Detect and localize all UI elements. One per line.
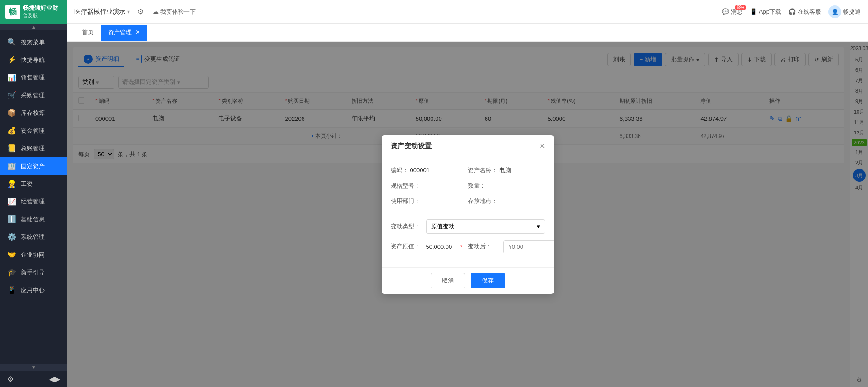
after-change-label: 变动后： [468, 243, 500, 251]
message-icon: 💬 [722, 8, 729, 15]
sidebar-item-label: 新手引导 [21, 268, 45, 277]
sidebar-item-label: 资金管理 [21, 127, 45, 135]
system-icon: ⚙️ [7, 233, 16, 241]
settings-icon[interactable]: ⚙ [7, 375, 14, 383]
modal-divider [391, 213, 545, 213]
management-icon: 📈 [7, 197, 16, 206]
sidebar-item-sales[interactable]: 📊 销售管理 [0, 69, 67, 86]
sidebar-item-label: 工资 [21, 180, 33, 188]
modal-info-grid: 编码： 000001 资产名称： 电脑 规格型号： 数量： [391, 164, 545, 207]
home-tab-label: 首页 [82, 28, 94, 36]
modal-code-item: 编码： 000001 [391, 164, 468, 176]
sidebar-item-label: 总账管理 [21, 144, 45, 153]
tab-close-icon[interactable]: ✕ [135, 29, 140, 35]
modal-asset-name-value: 电脑 [499, 166, 511, 174]
company-chevron-icon: ▾ [127, 9, 130, 15]
sidebar-item-label: 基础信息 [21, 215, 45, 223]
quicknav-icon: ⚡ [7, 55, 16, 64]
sidebar-item-quicknav[interactable]: ⚡ 快捷导航 [0, 51, 67, 69]
sidebar-item-label: 库存核算 [21, 109, 45, 117]
sidebar-item-label: 企业协同 [21, 251, 45, 259]
modal-department-label: 使用部门： [391, 197, 420, 205]
app-name: 畅捷通好业财 [23, 5, 58, 12]
sidebar-item-label: 系统管理 [21, 233, 45, 241]
sidebar-item-label: 应用中心 [21, 286, 45, 294]
original-value-display: 50,000.00 [426, 241, 457, 253]
tabs-bar: 首页 资产管理 ✕ [67, 24, 868, 42]
customer-service-btn[interactable]: 🎧 在线客服 [789, 8, 821, 16]
modal-department-item: 使用部门： [391, 195, 468, 207]
settings-gear-icon[interactable]: ⚙ [137, 7, 144, 16]
sidebar-item-payroll[interactable]: 👷 工资 [0, 175, 67, 193]
enterprise-icon: 🤝 [7, 250, 16, 259]
app-edition: 普及版 [23, 12, 58, 19]
tab-home[interactable]: 首页 [74, 25, 101, 41]
modal-code-value: 000001 [410, 167, 430, 174]
modal-close-icon[interactable]: ✕ [539, 142, 545, 150]
sidebar-item-basic-info[interactable]: ℹ️ 基础信息 [0, 210, 67, 228]
user-profile-btn[interactable]: 👤 畅捷通 [828, 5, 861, 18]
save-button[interactable]: 保存 [471, 273, 505, 288]
sidebar-item-system[interactable]: ⚙️ 系统管理 [0, 228, 67, 246]
app-download-btn[interactable]: 📱 App下载 [750, 8, 781, 16]
change-type-label: 变动类型： [391, 223, 422, 231]
sidebar-menu: 🔍 搜索菜单 ⚡ 快捷导航 📊 销售管理 🛒 采购管理 📦 库存核算 💰 资金管… [0, 30, 67, 364]
modal-spec-label: 规格型号： [391, 182, 420, 190]
feedback-btn[interactable]: ☁ 我要体验一下 [153, 8, 196, 16]
modal-quantity-item: 数量： [468, 180, 545, 192]
original-value-field: 资产原值： 50,000.00 * 变动后： [391, 240, 545, 253]
sidebar-item-funds[interactable]: 💰 资金管理 [0, 122, 67, 139]
inventory-icon: 📦 [7, 109, 16, 117]
modal-overlay: 资产变动设置 ✕ 编码： 000001 资产名称： 电脑 [67, 42, 868, 387]
message-btn[interactable]: 💬 消息 99+ [722, 8, 743, 16]
sales-icon: 📊 [7, 73, 16, 82]
sidebar-scroll-up[interactable]: ▲ [0, 24, 67, 30]
sidebar-item-label: 快捷导航 [21, 56, 45, 64]
sidebar-item-management[interactable]: 📈 经营管理 [0, 193, 67, 210]
modal-title: 资产变动设置 [391, 142, 432, 150]
guide-icon: 🎓 [7, 268, 16, 277]
after-change-input[interactable] [503, 240, 554, 253]
cancel-button[interactable]: 取消 [431, 273, 465, 288]
sidebar-item-inventory[interactable]: 📦 库存核算 [0, 104, 67, 122]
modal-location-label: 存放地点： [468, 197, 497, 205]
modal-quantity-label: 数量： [468, 182, 486, 190]
customer-service-label: 在线客服 [798, 8, 821, 16]
ledger-icon: 📒 [7, 144, 16, 153]
modal-asset-name-label: 资产名称： [468, 166, 497, 174]
sidebar-item-enterprise[interactable]: 🤝 企业协同 [0, 246, 67, 263]
funds-icon: 💰 [7, 126, 16, 135]
message-badge: 99+ [735, 5, 746, 10]
collapse-icon[interactable]: ◀▶ [49, 375, 60, 383]
download-icon: 📱 [750, 8, 757, 15]
sidebar-item-search[interactable]: 🔍 搜索菜单 [0, 33, 67, 51]
sidebar-item-label: 固定资产 [21, 162, 45, 170]
modal-location-item: 存放地点： [468, 195, 545, 207]
sidebar-item-label: 经营管理 [21, 198, 45, 206]
content-area: ✔ 资产明细 ≡ 变更生成凭证 刘账 + 新增 [67, 42, 868, 387]
headset-icon: 🎧 [789, 8, 796, 15]
topbar: 医疗器械行业演示 ▾ ⚙ ☁ 我要体验一下 💬 消息 99+ 📱 App下载 🎧… [67, 0, 868, 24]
topbar-right: 💬 消息 99+ 📱 App下载 🎧 在线客服 👤 畅捷通 [722, 5, 861, 18]
avatar: 👤 [828, 5, 841, 18]
tab-asset-management[interactable]: 资产管理 ✕ [101, 25, 147, 41]
fixed-assets-icon: 🏢 [7, 162, 16, 170]
change-type-field: 变动类型： 原值变动 ▾ [391, 219, 545, 234]
sidebar-item-guide[interactable]: 🎓 新手引导 [0, 263, 67, 281]
search-icon: 🔍 [7, 38, 16, 46]
sidebar-item-apps[interactable]: 📱 应用中心 [0, 281, 67, 299]
sidebar-item-purchase[interactable]: 🛒 采购管理 [0, 86, 67, 104]
company-selector[interactable]: 医疗器械行业演示 ▾ [74, 8, 130, 16]
feedback-label: 我要体验一下 [160, 8, 196, 16]
sidebar-item-label: 采购管理 [21, 91, 45, 99]
purchase-icon: 🛒 [7, 91, 16, 99]
sidebar-scroll-down[interactable]: ▼ [0, 364, 67, 371]
modal-spec-item: 规格型号： [391, 180, 468, 192]
change-type-value: 原值变动 [431, 223, 455, 231]
sidebar-item-ledger[interactable]: 📒 总账管理 [0, 139, 67, 157]
asset-change-modal: 资产变动设置 ✕ 编码： 000001 资产名称： 电脑 [382, 135, 554, 294]
sidebar-item-fixed-assets[interactable]: 🏢 固定资产 [0, 157, 67, 175]
change-type-select[interactable]: 原值变动 ▾ [426, 219, 545, 234]
cloud-icon: ☁ [153, 8, 159, 15]
company-name: 医疗器械行业演示 [74, 8, 125, 16]
